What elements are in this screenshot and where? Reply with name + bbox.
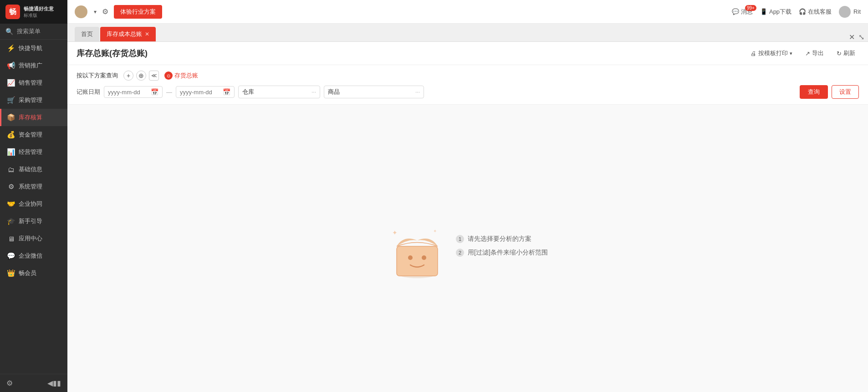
sidebar-nav: ⚡ 快捷导航 📢 营销推广 📈 销售管理 🛒 采购管理 📦 库存核算 💰 资金管…	[0, 40, 67, 374]
sidebar-logo: 畅 畅捷通好生意 标准版	[0, 0, 67, 24]
operation-icon: 📊	[7, 148, 15, 156]
hint-1: 1 请先选择要分析的方案	[456, 235, 548, 243]
hint-num-2: 2	[456, 249, 464, 257]
warehouse-select[interactable]: 仓库 ···	[238, 86, 320, 98]
app-logo-icon: 畅	[5, 5, 20, 19]
sidebar-item-appcenter[interactable]: 🖥 应用中心	[0, 230, 67, 247]
sidebar-item-finance[interactable]: 💰 资金管理	[0, 126, 67, 143]
refresh-btn[interactable]: ↻ 刷新	[833, 47, 859, 59]
vip-icon: 👑	[7, 269, 15, 277]
date-dash: —	[166, 89, 172, 96]
online-service-action[interactable]: 🎧 在线客服	[799, 8, 832, 16]
settings-btn[interactable]: 设置	[832, 85, 859, 99]
message-action[interactable]: 💬 消息 99+	[732, 8, 753, 16]
scheme-icon: ⊙	[164, 71, 173, 80]
marketing-icon: 📢	[7, 61, 15, 70]
sidebar-item-basic[interactable]: 🗂 基础信息	[0, 161, 67, 178]
svg-point-3	[422, 255, 426, 260]
filter-del-btn[interactable]: ⊕	[136, 71, 146, 81]
goods-more-icon[interactable]: ···	[415, 89, 420, 95]
tab-home[interactable]: 首页	[75, 27, 99, 41]
topbar-user-right[interactable]: Rit	[839, 6, 861, 18]
wechat-icon: 💬	[7, 252, 15, 260]
goods-select[interactable]: 商品 ···	[324, 86, 424, 98]
filter-scheme: ⊙ 存货总账	[164, 71, 198, 80]
print-btn[interactable]: 🖨 按模板打印 ▾	[747, 47, 796, 59]
sales-icon: 📈	[7, 79, 15, 87]
svg-point-2	[408, 255, 413, 260]
tabbar: 首页 库存成本总账 ✕ ✕ ⤡	[67, 24, 868, 42]
hint-num-1: 1	[456, 235, 464, 243]
empty-hints: 1 请先选择要分析的方案 2 用[过滤]条件来缩小分析范围	[456, 235, 548, 262]
sidebar-item-operation[interactable]: 📊 经营管理	[0, 143, 67, 161]
calendar-start-icon[interactable]: 📅	[151, 88, 158, 96]
sidebar-search[interactable]: 🔍 搜索菜单	[0, 24, 67, 40]
app-download-action[interactable]: 📱 App下载	[760, 8, 791, 16]
warehouse-label: 仓库	[242, 88, 310, 96]
sidebar-item-enterprise[interactable]: 🤝 企业协同	[0, 195, 67, 213]
basic-icon: 🗂	[7, 166, 15, 173]
inventory-icon: 📦	[7, 113, 15, 122]
refresh-icon: ↻	[837, 50, 842, 57]
calendar-end-icon[interactable]: 📅	[223, 88, 230, 96]
phone-icon: 📱	[760, 8, 767, 15]
filter-label: 按以下方案查询	[77, 71, 118, 80]
date-end-field[interactable]	[180, 89, 221, 96]
date-start-field[interactable]	[108, 89, 149, 96]
date-end-input[interactable]: 📅	[176, 86, 235, 98]
tab-close-icon[interactable]: ✕	[145, 31, 149, 37]
export-btn[interactable]: ↗ 导出	[802, 47, 827, 59]
sidebar-item-marketing[interactable]: 📢 营销推广	[0, 57, 67, 74]
footer-settings-btn[interactable]: ⚙	[6, 379, 13, 387]
topbar-chevron-icon[interactable]: ▾	[94, 9, 97, 15]
sidebar-footer: ⚙ ◀▮▮	[0, 374, 67, 392]
filter-collapse-btn[interactable]: ≪	[149, 71, 159, 81]
date-label: 记账日期	[77, 88, 100, 96]
content-area: ✦ ✦ 1 请先选择要分析的方案 2 用[过滤]条件来缩小分析范围	[67, 105, 868, 392]
empty-svg: ✦ ✦	[388, 221, 447, 280]
sidebar-item-inventory[interactable]: 📦 库存核算	[0, 109, 67, 126]
warehouse-more-icon[interactable]: ···	[311, 89, 316, 95]
sidebar-item-sales[interactable]: 📈 销售管理	[0, 74, 67, 92]
sidebar-item-wechat[interactable]: 💬 企业微信	[0, 247, 67, 265]
svg-rect-1	[397, 246, 438, 276]
sidebar-item-vip[interactable]: 👑 畅会员	[0, 265, 67, 282]
footer-audio-btn[interactable]: ◀▮▮	[47, 379, 61, 387]
filter-add-btn[interactable]: +	[123, 71, 133, 81]
newguide-icon: 🎓	[7, 217, 15, 225]
window-controls: ✕ ⤡	[845, 33, 868, 41]
user-avatar-right	[839, 6, 851, 18]
sidebar-item-purchase[interactable]: 🛒 采购管理	[0, 92, 67, 109]
sidebar-item-system[interactable]: ⚙ 系统管理	[0, 178, 67, 195]
date-start-input[interactable]: 📅	[104, 86, 163, 98]
export-icon: ↗	[805, 50, 810, 57]
search-btn[interactable]: 查询	[800, 85, 828, 99]
purchase-icon: 🛒	[7, 96, 15, 104]
window-resize-btn[interactable]: ⤡	[858, 33, 864, 41]
message-badge: 99+	[745, 5, 756, 11]
tab-inventory-cost[interactable]: 库存成本总账 ✕	[100, 27, 156, 41]
window-close-btn[interactable]: ✕	[849, 33, 855, 41]
app-logo-text: 畅捷通好生意 标准版	[24, 5, 54, 18]
filter-inputs: 记账日期 📅 — 📅 仓库 ··· 商品 ··· 查询 设置	[77, 85, 859, 99]
page-header: 库存总账(存货总账) 🖨 按模板打印 ▾ ↗ 导出 ↻ 刷新	[67, 42, 868, 65]
topbar-gear-icon[interactable]: ⚙	[102, 7, 108, 16]
hint-2: 2 用[过滤]条件来缩小分析范围	[456, 249, 548, 257]
search-icon: 🔍	[5, 28, 13, 35]
sidebar-item-quick-nav[interactable]: ⚡ 快捷导航	[0, 40, 67, 57]
scheme-item[interactable]: ⊙ 存货总账	[164, 71, 198, 80]
sidebar-item-newguide[interactable]: 🎓 新手引导	[0, 213, 67, 230]
print-dropdown-icon[interactable]: ▾	[790, 51, 792, 56]
appcenter-icon: 🖥	[7, 235, 15, 243]
main-area: ▾ ⚙ 体验行业方案 💬 消息 99+ 📱 App下载 🎧 在线客服 Rit	[67, 0, 868, 392]
topbar-user[interactable]	[75, 5, 90, 18]
topbar-right: 💬 消息 99+ 📱 App下载 🎧 在线客服 Rit	[732, 6, 861, 18]
filter-row-scheme: 按以下方案查询 + ⊕ ≪ ⊙ 存货总账	[77, 71, 859, 81]
headset-icon: 🎧	[799, 8, 806, 15]
user-avatar	[75, 5, 87, 18]
enterprise-icon: 🤝	[7, 200, 15, 208]
message-icon: 💬	[732, 8, 739, 15]
empty-illustration: ✦ ✦	[388, 221, 442, 276]
page-title: 库存总账(存货总账)	[77, 48, 148, 59]
trial-btn[interactable]: 体验行业方案	[114, 5, 162, 19]
